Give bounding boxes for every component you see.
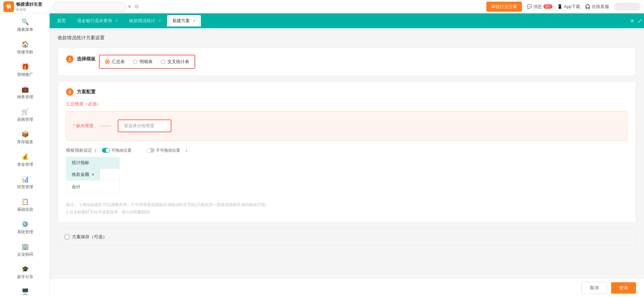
tab-receipts[interactable]: 收款情况统计 × (124, 15, 166, 27)
radio-summary-label: 汇总表 (112, 59, 125, 65)
message-label: 消息 (533, 4, 542, 10)
sidebar-item-finance[interactable]: 💰 资金管理 (0, 148, 49, 171)
sidebar-label-sales: 销售管理 (17, 94, 33, 100)
tab-bar-actions: ✕ ⤢ (630, 18, 642, 24)
sidebar-item-hardware[interactable]: 🖥️ 智能硬件 (0, 283, 49, 297)
content-area: 首页 现金银行流水查询 × 收款情况统计 × 新建方案 × ✕ ⤢ 收款情况统计… (50, 13, 644, 297)
step1-row: 1 选择模板 汇总表 明细表 (66, 55, 628, 69)
logo-area: 畅 畅捷通好生意 标准版 (3, 1, 53, 12)
dimension-section: 汇总维度（必选） * 纵向维度 —— 请选择分组维度 (66, 101, 628, 141)
graduate-icon: 🎓 (21, 265, 29, 273)
sidebar-item-marketing[interactable]: 🎁 营销推广 (0, 58, 49, 81)
tab-home[interactable]: 首页 (52, 15, 71, 27)
hardware-icon: 🖥️ (21, 288, 29, 295)
sidebar-item-inventory[interactable]: 📦 库存核算 (0, 126, 49, 148)
radio-detail-label: 明细表 (140, 59, 153, 65)
tab-new-plan-close[interactable]: × (193, 18, 196, 23)
tab-close-all-icon[interactable]: ✕ (630, 18, 634, 24)
gear-icon: ⚙️ (21, 220, 29, 228)
query-button[interactable]: 查询 (611, 282, 636, 294)
tab-receipts-close[interactable]: × (159, 18, 161, 23)
building-icon: 🏢 (21, 243, 29, 250)
drag-on-indicator (102, 148, 110, 153)
save-label: 方案保存（可选） (72, 234, 107, 240)
cart-icon: 🛒 (21, 108, 29, 115)
app-icon: 📱 (557, 4, 562, 9)
sidebar-label-guide: 新手引导 (17, 274, 33, 280)
sidebar-item-purchase[interactable]: 🛒 采购管理 (0, 103, 49, 126)
cancel-button[interactable]: 取消 (582, 282, 607, 294)
settings-icon[interactable]: ⚙ (134, 3, 139, 10)
app-download-action[interactable]: 📱 App下载 (557, 4, 580, 10)
arrow-icon: —— (100, 123, 111, 129)
metrics-label-text: 模板指标设定（ (66, 147, 97, 153)
message-action[interactable]: 💬 消息 99+ (527, 4, 552, 10)
sidebar-item-search[interactable]: 🔍 搜索菜单 (0, 13, 49, 36)
user-avatar[interactable] (614, 3, 641, 11)
tab-cashflow[interactable]: 现金银行流水查询 × (72, 15, 123, 27)
non-draggable-badge: 不可拖动位置 (147, 148, 180, 153)
metrics-header: 统计指标 (66, 157, 119, 168)
tab-new-plan[interactable]: 新建方案 × (167, 15, 201, 27)
radio-cross-dot (161, 59, 165, 64)
hints-section: 提示： 1.拖动标题栏可以调整布局，不可跨维度或指标区域拖动栏目字段(只能在同一… (66, 201, 628, 216)
dimension-select[interactable]: 请选择分组维度 (118, 119, 171, 132)
box-icon: 📦 (21, 131, 29, 138)
message-icon: 💬 (527, 4, 532, 9)
metrics-label: 模板指标设定（ 可拖动位置 不可拖动位置 ） (66, 147, 628, 153)
radio-cross[interactable]: 交叉统计表 (161, 59, 189, 65)
sidebar-item-enterprise[interactable]: 🏢 企业协同 (0, 238, 49, 261)
template-selector: 汇总表 明细表 交叉统计表 (99, 55, 195, 69)
radio-detail[interactable]: 明细表 (133, 59, 153, 65)
sidebar-label-enterprise: 企业协同 (17, 252, 33, 257)
tab-cashflow-close[interactable]: × (115, 18, 118, 23)
sidebar: 🔍 搜索菜单 🏠 快捷导航 🎁 营销推广 💼 销售管理 🛒 采购管理 📦 库存核… (0, 13, 50, 297)
tab-bar: 首页 现金银行流水查询 × 收款情况统计 × 新建方案 × ✕ ⤢ (50, 13, 644, 28)
top-nav-actions: 体验行业方案 💬 消息 99+ 📱 App下载 🎧 在线客服 (486, 2, 641, 12)
radio-cross-label: 交叉统计表 (167, 59, 189, 65)
sidebar-label-quicknav: 快捷导航 (17, 49, 33, 55)
sidebar-label-operations: 经营管理 (17, 184, 33, 190)
metrics-col1-header[interactable]: 收款金额 ▾ (66, 169, 100, 180)
step2-label: 方案配置 (77, 89, 96, 95)
step1-indicator: 1 选择模板 (66, 55, 96, 63)
top-bar: 畅 畅捷通好生意 标准版 ▾ ⚙ 体验行业方案 💬 消息 99+ 📱 App下载… (0, 0, 644, 13)
tab-cashflow-label: 现金银行流水查询 (77, 18, 112, 24)
sidebar-item-basic-info[interactable]: 📋 基础信息 (0, 193, 49, 216)
sidebar-label-basic-info: 基础信息 (17, 207, 33, 212)
hint-1: 提示： 1.拖动标题栏可以调整布局，不可跨维度或指标区域拖动栏目字段(只能在同一… (66, 201, 628, 209)
tab-home-label: 首页 (57, 18, 66, 24)
metrics-section: 模板指标设定（ 可拖动位置 不可拖动位置 ） (66, 147, 628, 195)
vertical-dim-label: * 纵向维度 (73, 123, 94, 129)
col1-dropdown-icon[interactable]: ▾ (92, 172, 94, 177)
metrics-header-label: 统计指标 (72, 160, 89, 166)
sidebar-item-sales[interactable]: 💼 销售管理 (0, 81, 49, 103)
tab-maximize-icon[interactable]: ⤢ (638, 18, 642, 24)
home-icon: 🏠 (21, 41, 29, 48)
online-support-label: 在线客服 (592, 4, 609, 10)
logo-edition: 标准版 (16, 7, 42, 12)
radio-detail-dot (133, 59, 138, 64)
save-checkbox[interactable] (65, 235, 69, 239)
search-dropdown-icon[interactable]: ▾ (128, 3, 131, 10)
main-layout: 🔍 搜索菜单 🏠 快捷导航 🎁 营销推广 💼 销售管理 🛒 采购管理 📦 库存核… (0, 13, 644, 297)
chart-icon: 📊 (21, 176, 29, 183)
sidebar-item-quicknav[interactable]: 🏠 快捷导航 (0, 36, 49, 58)
search-input[interactable] (53, 2, 127, 11)
hint-2: 2.点击标题栏下拉可设置排序、插入列和删除列 (66, 209, 628, 216)
metrics-label-mid (137, 147, 141, 153)
metrics-table: 统计指标 收款金额 ▾ 合计 (66, 157, 120, 194)
radio-summary[interactable]: 汇总表 (105, 59, 125, 65)
sidebar-item-guide[interactable]: 🎓 新手引导 (0, 261, 49, 283)
sidebar-item-system[interactable]: ⚙️ 系统管理 (0, 216, 49, 238)
search-menu-icon: 🔍 (21, 18, 29, 26)
online-support-action[interactable]: 🎧 在线客服 (585, 4, 609, 10)
sidebar-item-operations[interactable]: 📊 经营管理 (0, 171, 49, 193)
drag-off-indicator (147, 148, 155, 153)
save-section: 方案保存（可选） (58, 228, 636, 246)
trial-button[interactable]: 体验行业方案 (486, 2, 522, 12)
step2-number: 2 (66, 88, 73, 96)
gift-icon: 🎁 (21, 63, 29, 70)
step2-card: 2 方案配置 汇总维度（必选） * 纵向维度 —— 请选择分组维度 (58, 81, 636, 223)
sidebar-label-purchase: 采购管理 (17, 117, 33, 122)
